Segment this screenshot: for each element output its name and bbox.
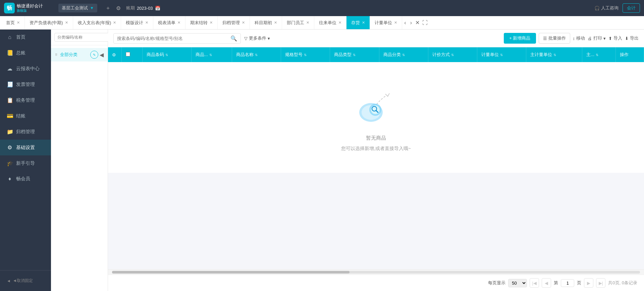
category-collapse-button[interactable]: ◀ (100, 52, 104, 58)
tab-close-income[interactable]: ✕ (113, 20, 116, 25)
sidebar-item-guide[interactable]: 🎓 新手引导 (0, 155, 51, 171)
empty-title: 暂无商品 您可以选择新增,或者直接导入哦~ (341, 133, 411, 153)
tab-prev-button[interactable]: ‹ (402, 20, 408, 26)
unpin-icon: ◄ (7, 279, 11, 283)
category-search-input[interactable] (54, 33, 111, 42)
ledger-icon: 📒 (7, 50, 13, 56)
search-input[interactable] (117, 36, 230, 41)
category-edit-button[interactable]: ✎ (90, 51, 98, 59)
tab-close-tax[interactable]: ✕ (177, 20, 180, 25)
tab-close-balance[interactable]: ✕ (65, 20, 68, 25)
tab-period-transfer[interactable]: 期末结转 ✕ (185, 16, 218, 29)
next-page-button[interactable]: ▶ (584, 278, 593, 288)
col-settings[interactable]: ⚙ (108, 47, 121, 62)
tab-vendor[interactable]: 往来单位 ✕ (314, 16, 346, 29)
data-table: ⚙ 商品条码⇅ 商品...⇅ 商品名称⇅ 规格型号⇅ 商品类型⇅ 商品分类⇅ 计… (108, 47, 644, 62)
period-info: 账期 2023-03 📅 (126, 5, 160, 11)
company-selector[interactable]: 基层工会测试 ▼ (58, 4, 97, 12)
col-barcode[interactable]: 商品条码⇅ (142, 47, 191, 62)
tab-close-archive[interactable]: ✕ (242, 20, 245, 25)
print-button[interactable]: 🖨 打印 ▾ (588, 35, 606, 41)
tab-close-unit[interactable]: ✕ (394, 20, 397, 25)
category-all-item[interactable]: ⠿ 全部分类 ✎ ◀ (51, 48, 108, 61)
import-button[interactable]: ⬆ 导入 (608, 35, 622, 41)
account-button[interactable]: 会计 (623, 3, 640, 13)
last-page-button[interactable]: ▶| (596, 278, 605, 288)
batch-button[interactable]: ☰ 批量操作 (539, 33, 570, 44)
tab-next-button[interactable]: › (408, 20, 414, 26)
per-page-select[interactable]: 20 50 100 (508, 279, 527, 287)
logo-icon: 畅 (4, 3, 15, 13)
tab-inventory[interactable]: 存货 ✕ (346, 16, 370, 29)
pagination-info: 共0页, 0条记录 (608, 280, 637, 286)
tab-balance[interactable]: 资产负债表(中期) ✕ (25, 16, 73, 29)
add-product-button[interactable]: + 新增商品 (504, 33, 536, 44)
tab-expand-button[interactable]: ⛶ (421, 20, 429, 26)
tab-close-subject[interactable]: ✕ (274, 20, 277, 25)
col-type[interactable]: 商品类型⇅ (330, 47, 379, 62)
tab-close-dept[interactable]: ✕ (306, 20, 309, 25)
tab-subject-init[interactable]: 科目期初 ✕ (250, 16, 282, 29)
prev-page-button[interactable]: ◀ (542, 278, 551, 288)
tab-home[interactable]: 首页 ✕ (1, 16, 25, 29)
calendar-icon[interactable]: 📅 (155, 6, 160, 11)
support-button[interactable]: 🎧 人工咨询 (594, 5, 619, 11)
sidebar-item-settings[interactable]: ⚙ 基础设置 (0, 140, 51, 155)
tab-close-home[interactable]: ✕ (17, 20, 20, 25)
first-page-button[interactable]: |◀ (530, 278, 539, 288)
col-spec[interactable]: 规格型号⇅ (281, 47, 330, 62)
page-suffix: 页 (577, 280, 581, 286)
export-button[interactable]: ⬇ 导出 (625, 35, 639, 41)
sidebar-item-member[interactable]: ♦ 畅会员 (0, 171, 51, 187)
col-main-unit[interactable]: 主计量单位⇅ (526, 47, 582, 62)
tab-close-inventory[interactable]: ✕ (362, 20, 365, 25)
tab-income[interactable]: 收入支出表(年报) ✕ (73, 16, 121, 29)
tab-unit[interactable]: 计量单位 ✕ (370, 16, 402, 29)
batch-icon: ☰ (543, 36, 547, 41)
col-price-method[interactable]: 计价方式⇅ (428, 47, 477, 62)
scrollbar-thumb[interactable] (112, 271, 350, 274)
search-icon[interactable]: 🔍 (230, 35, 237, 42)
page-input[interactable] (561, 279, 574, 287)
sidebar-item-ledger[interactable]: 📒 总账 (0, 45, 51, 61)
move-button[interactable]: ↕ 移动 (573, 35, 585, 41)
tab-archive[interactable]: 归档管理 ✕ (218, 16, 250, 29)
tab-close-template[interactable]: ✕ (145, 20, 148, 25)
header-actions: ＋ ⚙ (104, 3, 122, 13)
sidebar-item-tax[interactable]: 📋 税务管理 (0, 92, 51, 108)
category-panel: 🔍 ⠿ 全部分类 ✎ ◀ (51, 30, 108, 291)
tax-icon: 📋 (7, 97, 13, 103)
guide-icon: 🎓 (7, 160, 13, 166)
col-category[interactable]: 商品分类⇅ (379, 47, 428, 62)
sidebar-item-home[interactable]: ⌂ 首页 (0, 30, 51, 45)
tab-department[interactable]: 部门员工 ✕ (282, 16, 314, 29)
tab-template[interactable]: 模版设计 ✕ (121, 16, 153, 29)
tab-tax[interactable]: 税表清单 ✕ (153, 16, 185, 29)
col-unit[interactable]: 计量单位⇅ (477, 47, 526, 62)
col-checkbox[interactable] (121, 47, 142, 62)
col-name[interactable]: 商品名称⇅ (232, 47, 281, 62)
logo-area: 畅 畅捷通好会计 旗舰版 (4, 3, 54, 13)
export-icon: ⬇ (625, 36, 629, 41)
sidebar-nav: ⌂ 首页 📒 总账 ☁ 云报表中心 🧾 发票管理 📋 税务管理 💳 结账 (0, 30, 51, 270)
sidebar-item-archive[interactable]: 📁 归档管理 (0, 124, 51, 140)
select-all-checkbox[interactable] (126, 52, 130, 56)
unpin-button[interactable]: ◄ ◄取消固定 (0, 275, 51, 287)
sidebar-bottom: ◄ ◄取消固定 (0, 270, 51, 291)
tab-close-vendor[interactable]: ✕ (338, 20, 341, 25)
col-extra[interactable]: 主...⇅ (582, 47, 616, 62)
print-chevron-icon: ▾ (603, 36, 606, 41)
col-code[interactable]: 商品...⇅ (191, 47, 232, 62)
horizontal-scrollbar[interactable] (108, 269, 644, 275)
sidebar-item-invoice[interactable]: 🧾 发票管理 (0, 77, 51, 92)
sidebar-item-checkout[interactable]: 💳 结账 (0, 108, 51, 124)
add-tab-button[interactable]: ＋ (104, 3, 112, 13)
tab-close-all-button[interactable]: ✕ (414, 19, 421, 26)
top-header: 畅 畅捷通好会计 旗舰版 基层工会测试 ▼ ＋ ⚙ 账期 2023-03 📅 🎧… (0, 0, 644, 16)
tab-close-period[interactable]: ✕ (210, 20, 213, 25)
scrollbar-track[interactable] (112, 271, 640, 274)
sidebar-item-reports[interactable]: ☁ 云报表中心 (0, 61, 51, 77)
filter-button[interactable]: ▽ 更多条件 ▾ (244, 35, 270, 41)
content-area: 🔍 ⠿ 全部分类 ✎ ◀ (51, 30, 644, 291)
settings-button[interactable]: ⚙ (115, 4, 122, 13)
